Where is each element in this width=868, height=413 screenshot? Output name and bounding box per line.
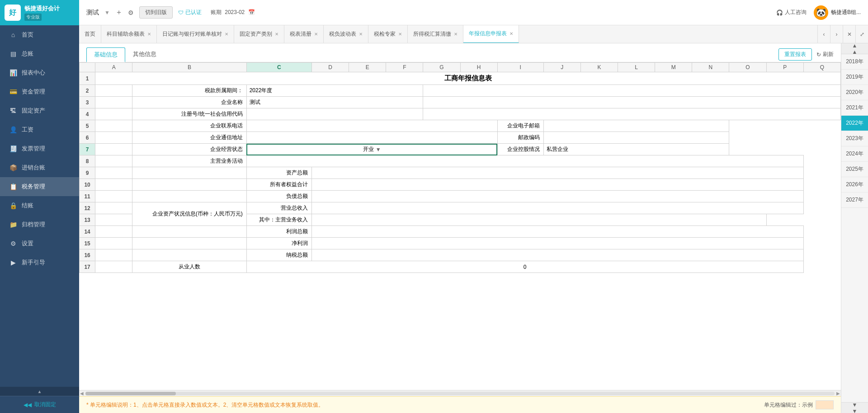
sidebar-icon-settings: ⚙ bbox=[9, 239, 17, 248]
tab-close-tax_clear[interactable]: ✕ bbox=[314, 32, 318, 37]
table-cell bbox=[95, 155, 132, 167]
tab-close-tax_wave[interactable]: ✕ bbox=[359, 32, 363, 37]
table-cell: 企业名称 bbox=[132, 97, 246, 108]
spreadsheet-table: ABCDEFGHIJKLMNOPQ 1工商年报信息表2税款所属期间：2022年度… bbox=[79, 62, 841, 273]
sidebar-item-guide[interactable]: ▶新手引导 bbox=[0, 253, 79, 272]
col-header: C bbox=[246, 63, 311, 72]
sidebar-item-tax[interactable]: 📋税务管理 bbox=[0, 177, 79, 196]
table-cell: 企业经营状态 bbox=[132, 144, 246, 155]
tab-journal[interactable]: 日记账与银行对账单核对✕ bbox=[157, 25, 234, 43]
tab-close-annual[interactable]: ✕ bbox=[509, 31, 513, 36]
sidebar-label-archive: 归档管理 bbox=[22, 221, 45, 229]
footer-hint: * 单元格编辑说明：1、点击单元格直接录入数值或文本。2、清空单元格数值或文本恢… bbox=[86, 401, 324, 409]
sidebar-icon-closing: 🔒 bbox=[9, 202, 17, 210]
tab-tax_wave[interactable]: 税负波动表✕ bbox=[324, 25, 368, 43]
year-item[interactable]: 2019年 bbox=[841, 70, 868, 85]
tabs-close-all-btn[interactable]: ✕ bbox=[843, 25, 855, 43]
shield-icon: 🛡 bbox=[178, 9, 184, 16]
tab-close-income_tax[interactable]: ✕ bbox=[454, 32, 458, 37]
user-menu-btn[interactable]: 🐼 畅捷通B组... bbox=[814, 5, 861, 20]
cancel-fixed-btn[interactable]: ◀◀ 取消固定 bbox=[0, 396, 79, 413]
table-cell: 2022年度 bbox=[246, 85, 423, 97]
table-cell bbox=[95, 179, 132, 191]
sub-tab-other[interactable]: 其他信息 bbox=[125, 47, 164, 62]
tab-aux[interactable]: 科目辅助余额表✕ bbox=[101, 25, 157, 43]
col-header: G bbox=[423, 63, 460, 72]
tabs-expand-btn[interactable]: ⤢ bbox=[855, 25, 868, 43]
calendar-icon[interactable]: 📅 bbox=[248, 9, 255, 15]
table-cell[interactable]: 开业 ▼ bbox=[246, 144, 497, 155]
year-item[interactable]: 2022年 bbox=[841, 116, 868, 131]
sidebar-scroll-more[interactable]: ▲ bbox=[0, 387, 79, 396]
tab-close-aux[interactable]: ✕ bbox=[147, 32, 151, 37]
sidebar-item-report[interactable]: 📊报表中心 bbox=[0, 63, 79, 82]
tab-label-tax_expert: 税检专家 bbox=[374, 30, 396, 38]
sidebar-item-salary[interactable]: 👤工资 bbox=[0, 120, 79, 139]
logo-text: 畅捷通好会计 专业版 bbox=[24, 5, 60, 21]
add-workspace-btn[interactable]: ＋ bbox=[115, 8, 123, 17]
year-item[interactable]: 2025年 bbox=[841, 162, 868, 177]
table-cell bbox=[311, 249, 803, 261]
year-item[interactable]: 2021年 bbox=[841, 100, 868, 116]
year-item[interactable]: 2026年 bbox=[841, 177, 868, 192]
settings-icon[interactable]: ⚙ bbox=[128, 9, 134, 16]
spreadsheet-container[interactable]: ABCDEFGHIJKLMNOPQ 1工商年报信息表2税款所属期间：2022年度… bbox=[79, 62, 841, 390]
sidebar-item-settings[interactable]: ⚙设置 bbox=[0, 234, 79, 253]
year-item[interactable]: 2020年 bbox=[841, 85, 868, 100]
sidebar-item-home[interactable]: ⌂首页 bbox=[0, 25, 79, 44]
scroll-left-arrow[interactable]: ◀ bbox=[80, 391, 84, 396]
h-scrollbar-thumb[interactable] bbox=[85, 392, 176, 395]
service-btn[interactable]: 🎧 人工咨询 bbox=[776, 9, 807, 16]
tab-label-income_tax: 所得税汇算清缴 bbox=[413, 30, 451, 38]
table-row: 10所有者权益合计 bbox=[80, 179, 841, 191]
sidebar-item-assets[interactable]: 🏗固定资产 bbox=[0, 101, 79, 120]
col-header: E bbox=[349, 63, 386, 72]
tab-fixed_cat[interactable]: 固定资产类别✕ bbox=[234, 25, 284, 43]
sidebar-icon-report: 📊 bbox=[9, 69, 17, 77]
example-box bbox=[816, 400, 834, 409]
tab-close-journal[interactable]: ✕ bbox=[225, 32, 228, 37]
sidebar-item-ledger[interactable]: ▤总账 bbox=[0, 44, 79, 63]
table-cell: 所有者权益合计 bbox=[246, 179, 311, 191]
workspace-dropdown-icon[interactable]: ▼ bbox=[104, 9, 110, 16]
table-row: 5企业联系电话企业电子邮箱 bbox=[80, 120, 841, 132]
year-item[interactable]: 2024年 bbox=[841, 146, 868, 162]
sub-tab-basic[interactable]: 基础信息 bbox=[86, 47, 125, 62]
tab-close-fixed_cat[interactable]: ✕ bbox=[275, 32, 278, 37]
year-item[interactable]: 2027年 bbox=[841, 192, 868, 208]
sidebar-icon-tax: 📋 bbox=[9, 183, 17, 191]
year-scroll-down-btn[interactable]: ▼▼ bbox=[841, 402, 868, 413]
scroll-right-arrow[interactable]: ▶ bbox=[836, 391, 840, 396]
h-scrollbar[interactable]: ◀ ▶ bbox=[79, 390, 841, 396]
tab-income_tax[interactable]: 所得税汇算清缴✕ bbox=[408, 25, 463, 43]
tab-annual[interactable]: 年报信息申报表✕ bbox=[463, 25, 519, 43]
col-header: H bbox=[460, 63, 497, 72]
verified-badge: 🛡 已认证 bbox=[178, 9, 202, 16]
dropdown-arrow[interactable]: ▼ bbox=[376, 146, 381, 153]
tabs-prev-btn[interactable]: ‹ bbox=[817, 25, 830, 43]
reset-report-btn[interactable]: 重置报表 bbox=[778, 48, 812, 61]
switch-old-version-btn[interactable]: 切到旧版 bbox=[139, 6, 173, 19]
sidebar-label-settings: 设置 bbox=[22, 239, 33, 248]
year-item[interactable]: 2018年 bbox=[841, 54, 868, 70]
tab-label-annual: 年报信息申报表 bbox=[469, 30, 507, 38]
sidebar-item-fund[interactable]: 💳资金管理 bbox=[0, 82, 79, 101]
sidebar-item-invoice[interactable]: 🧾发票管理 bbox=[0, 139, 79, 158]
col-header: A bbox=[95, 63, 132, 72]
sidebar-item-inventory[interactable]: 📦进销台账 bbox=[0, 158, 79, 177]
sidebar-item-archive[interactable]: 📁归档管理 bbox=[0, 215, 79, 234]
row-header: 7 bbox=[80, 144, 95, 155]
tab-home[interactable]: 首页 bbox=[79, 25, 101, 43]
year-item[interactable]: 2023年 bbox=[841, 131, 868, 146]
table-cell bbox=[95, 261, 132, 273]
tabs-next-btn[interactable]: › bbox=[830, 25, 843, 43]
tab-close-tax_expert[interactable]: ✕ bbox=[398, 32, 402, 37]
table-cell: 其中：主营业务收入 bbox=[246, 214, 311, 226]
sidebar-item-closing[interactable]: 🔒结账 bbox=[0, 196, 79, 215]
tab-label-journal: 日记账与银行对账单核对 bbox=[162, 30, 222, 38]
refresh-btn[interactable]: ↻ 刷新 bbox=[816, 51, 834, 58]
row-header: 8 bbox=[80, 155, 95, 167]
tab-tax_clear[interactable]: 税表清册✕ bbox=[284, 25, 324, 43]
year-scroll-up-btn[interactable]: ▲▲ bbox=[841, 43, 868, 54]
tab-tax_expert[interactable]: 税检专家✕ bbox=[368, 25, 408, 43]
